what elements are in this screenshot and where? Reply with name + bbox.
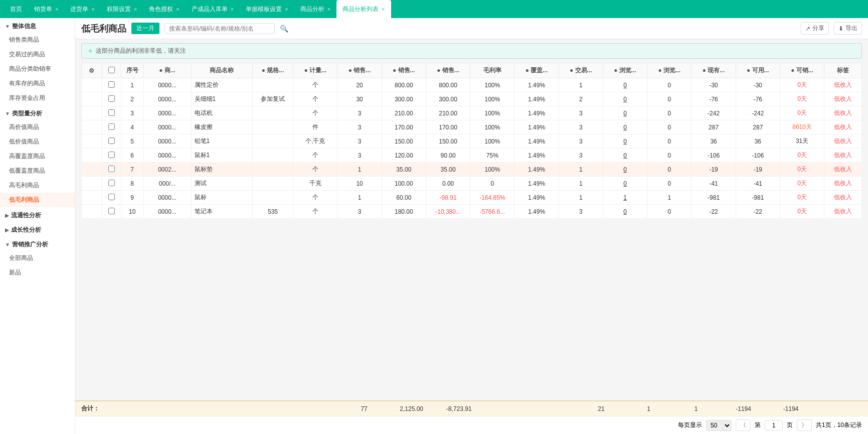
row-checkbox[interactable] bbox=[108, 123, 115, 130]
row-checkbox-cell[interactable] bbox=[102, 191, 121, 205]
row-trade-count: 3 bbox=[559, 149, 603, 163]
col-header-browse-num[interactable]: ● 浏览... bbox=[647, 63, 691, 78]
sidebar-item-inventory-capital[interactable]: 库存资金占用 bbox=[0, 91, 75, 105]
sidebar-item-high-value[interactable]: 高价值商品 bbox=[0, 120, 75, 134]
close-icon[interactable]: × bbox=[231, 6, 234, 12]
col-header-sales-amt[interactable]: ● 销售... bbox=[426, 63, 470, 78]
prev-page-button[interactable]: 〈 bbox=[736, 419, 751, 431]
row-checkbox-cell[interactable] bbox=[102, 106, 121, 120]
nav-purchase-order[interactable]: 进货单 × bbox=[64, 0, 100, 18]
select-all-checkbox[interactable] bbox=[108, 67, 115, 73]
row-browse-count[interactable]: 0 bbox=[603, 134, 647, 149]
row-checkbox-cell[interactable] bbox=[102, 177, 121, 191]
col-header-current-stock[interactable]: ● 现有... bbox=[691, 63, 736, 78]
row-checkbox-cell[interactable] bbox=[102, 149, 121, 163]
row-checkbox[interactable] bbox=[108, 137, 115, 144]
row-checkbox-cell[interactable] bbox=[102, 134, 121, 149]
per-page-select[interactable]: 50 100 200 bbox=[706, 420, 732, 431]
col-header-gross-rate[interactable]: 毛利率 bbox=[470, 63, 514, 78]
col-header-sales-qty[interactable]: ● 销售... bbox=[337, 63, 382, 78]
nav-product-analysis-list[interactable]: 商品分析列表 × bbox=[336, 0, 391, 18]
col-header-tag[interactable]: 标签 bbox=[824, 63, 862, 78]
row-browse-num: 0 bbox=[647, 134, 691, 149]
sidebar-item-new-products[interactable]: 新品 bbox=[0, 265, 75, 280]
nav-template-settings[interactable]: 单据模板设置 × bbox=[240, 0, 294, 18]
row-browse-count[interactable]: 0 bbox=[603, 177, 647, 191]
col-header-code[interactable]: ● 商... bbox=[143, 63, 191, 78]
sidebar-item-sales-products[interactable]: 销售类商品 bbox=[0, 33, 75, 47]
col-header-sales-price[interactable]: ● 销售... bbox=[382, 63, 426, 78]
row-browse-count[interactable]: 0 bbox=[603, 106, 647, 120]
next-page-button[interactable]: 〉 bbox=[797, 419, 812, 431]
row-checkbox-cell[interactable] bbox=[102, 92, 121, 106]
row-browse-count[interactable]: 0 bbox=[603, 120, 647, 134]
col-header-spec[interactable]: ● 规格... bbox=[252, 63, 293, 78]
row-browse-count[interactable]: 0 bbox=[603, 78, 647, 92]
row-checkbox[interactable] bbox=[108, 194, 115, 200]
sidebar-item-stocked-products[interactable]: 有库存的商品 bbox=[0, 76, 75, 91]
nav-role-auth[interactable]: 角色授权 × bbox=[143, 0, 185, 18]
col-header-saleable-days[interactable]: ● 可销... bbox=[780, 63, 824, 78]
footer-sales-price: 2,125.00 bbox=[388, 405, 435, 412]
col-header-unit[interactable]: ● 计量... bbox=[293, 63, 337, 78]
sidebar-group-type-analysis[interactable]: ▼ 类型量分析 bbox=[0, 105, 75, 120]
row-checkbox-cell[interactable] bbox=[102, 163, 121, 177]
row-checkbox[interactable] bbox=[108, 180, 115, 186]
close-icon[interactable]: × bbox=[176, 6, 179, 12]
close-icon[interactable]: × bbox=[285, 6, 288, 12]
search-input[interactable] bbox=[164, 23, 275, 34]
close-icon[interactable]: × bbox=[91, 6, 94, 12]
col-header-usable-stock[interactable]: ● 可用... bbox=[736, 63, 780, 78]
col-header-settings[interactable]: ⚙ bbox=[82, 63, 102, 78]
col-header-cover-rate[interactable]: ● 覆盖... bbox=[514, 63, 559, 78]
row-code: 0000... bbox=[143, 92, 191, 106]
row-trade-count: 3 bbox=[559, 120, 603, 134]
sidebar-item-traded-products[interactable]: 交易过的商品 bbox=[0, 47, 75, 62]
row-checkbox-cell[interactable] bbox=[102, 205, 121, 219]
row-browse-count[interactable]: 0 bbox=[603, 163, 647, 177]
col-header-checkbox[interactable] bbox=[102, 63, 121, 78]
col-header-browse-count[interactable]: ● 浏览... bbox=[603, 63, 647, 78]
sidebar-item-high-margin[interactable]: 高毛利商品 bbox=[0, 178, 75, 193]
sidebar-group-overall[interactable]: ▼ 整体信息 bbox=[0, 18, 75, 33]
close-icon[interactable]: × bbox=[134, 6, 137, 12]
row-checkbox[interactable] bbox=[108, 166, 115, 172]
nav-home[interactable]: 首页 bbox=[4, 0, 28, 18]
sidebar-item-low-value[interactable]: 低价值商品 bbox=[0, 134, 75, 149]
row-browse-count[interactable]: 0 bbox=[603, 205, 647, 219]
close-icon[interactable]: × bbox=[55, 6, 58, 12]
search-button[interactable]: 🔍 bbox=[280, 25, 288, 33]
date-filter-button[interactable]: 近一月 bbox=[131, 23, 159, 34]
row-browse-count[interactable]: 1 bbox=[603, 191, 647, 205]
sidebar-group-circulation[interactable]: ▶ 流通性分析 bbox=[0, 207, 75, 222]
sidebar-item-low-coverage[interactable]: 低覆盖度商品 bbox=[0, 164, 75, 178]
row-checkbox[interactable] bbox=[108, 81, 115, 88]
nav-finished-goods[interactable]: 产成品入库单 × bbox=[186, 0, 240, 18]
sidebar-group-marketing[interactable]: ▼ 营销推广分析 bbox=[0, 236, 75, 251]
share-button[interactable]: ↗ 分享 bbox=[801, 22, 829, 35]
nav-product-analysis[interactable]: 商品分析 × bbox=[294, 0, 336, 18]
sidebar-item-category-sales-rate[interactable]: 商品分类助销率 bbox=[0, 62, 75, 76]
close-icon[interactable]: × bbox=[382, 6, 385, 12]
nav-permissions[interactable]: 权限设置 × bbox=[101, 0, 143, 18]
close-icon[interactable]: × bbox=[327, 6, 330, 12]
row-browse-count[interactable]: 0 bbox=[603, 149, 647, 163]
row-checkbox[interactable] bbox=[108, 208, 115, 214]
sidebar-group-growth[interactable]: ▶ 成长性分析 bbox=[0, 222, 75, 236]
row-checkbox[interactable] bbox=[108, 95, 115, 102]
col-header-trade-count[interactable]: ● 交易... bbox=[559, 63, 603, 78]
row-checkbox[interactable] bbox=[108, 152, 115, 158]
page-number-input[interactable] bbox=[765, 420, 783, 430]
row-sales-qty: 1 bbox=[337, 163, 382, 177]
row-checkbox-cell[interactable] bbox=[102, 78, 121, 92]
sidebar-item-low-margin[interactable]: 低毛利商品 bbox=[0, 193, 75, 207]
row-checkbox[interactable] bbox=[108, 109, 115, 116]
row-sales-qty: 3 bbox=[337, 106, 382, 120]
nav-sales-order[interactable]: 销货单 × bbox=[28, 0, 64, 18]
row-browse-count[interactable]: 0 bbox=[603, 92, 647, 106]
sidebar-item-high-coverage[interactable]: 高覆盖度商品 bbox=[0, 149, 75, 164]
export-button[interactable]: ⬇ 导出 bbox=[834, 22, 862, 35]
sidebar-item-all-products[interactable]: 全部商品 bbox=[0, 251, 75, 265]
col-header-name[interactable]: 商品名称 bbox=[191, 63, 252, 78]
row-checkbox-cell[interactable] bbox=[102, 120, 121, 134]
